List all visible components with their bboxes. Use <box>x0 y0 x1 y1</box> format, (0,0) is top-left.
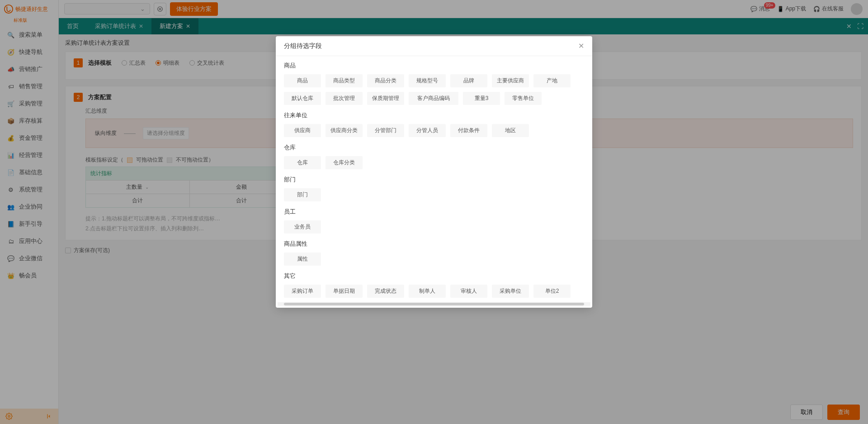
chip-row: 供应商供应商分类分管部门分管人员付款条件地区 <box>284 124 584 137</box>
field-group: 员工业务员 <box>284 208 584 233</box>
field-chip[interactable]: 保质期管理 <box>367 92 404 105</box>
field-chip[interactable]: 供应商分类 <box>326 124 363 137</box>
modal-header: 分组待选字段 ✕ <box>276 36 592 56</box>
field-chip[interactable]: 商品分类 <box>367 74 404 87</box>
chip-row: 业务员 <box>284 220 584 233</box>
field-selector-modal: 分组待选字段 ✕ 商品商品商品类型商品分类规格型号品牌主要供应商产地默认仓库批次… <box>276 36 592 308</box>
field-chip[interactable]: 审核人 <box>450 285 487 298</box>
field-group-title: 员工 <box>284 208 584 216</box>
field-group: 商品商品商品类型商品分类规格型号品牌主要供应商产地默认仓库批次管理保质期管理客户… <box>284 62 584 105</box>
field-chip[interactable]: 客户商品编码 <box>409 92 458 105</box>
modal-body: 商品商品商品类型商品分类规格型号品牌主要供应商产地默认仓库批次管理保质期管理客户… <box>276 56 592 302</box>
field-chip[interactable]: 业务员 <box>284 220 321 233</box>
field-group: 商品属性属性 <box>284 240 584 266</box>
field-chip[interactable]: 付款条件 <box>450 124 487 137</box>
field-chip[interactable]: 规格型号 <box>409 74 446 87</box>
modal-mask[interactable]: 分组待选字段 ✕ 商品商品商品类型商品分类规格型号品牌主要供应商产地默认仓库批次… <box>0 0 868 424</box>
field-group-title: 往来单位 <box>284 111 584 119</box>
field-chip[interactable]: 采购单位 <box>492 285 529 298</box>
field-group: 往来单位供应商供应商分类分管部门分管人员付款条件地区 <box>284 111 584 137</box>
chip-row: 仓库仓库分类 <box>284 156 584 169</box>
field-chip[interactable]: 批次管理 <box>326 92 363 105</box>
chip-row: 采购订单单据日期完成状态制单人审核人采购单位单位2主计量批号价格类型预计到货日期… <box>284 285 584 302</box>
field-group: 部门部门 <box>284 176 584 201</box>
modal-close-button[interactable]: ✕ <box>578 42 584 50</box>
field-group-title: 商品属性 <box>284 240 584 248</box>
chip-row: 部门 <box>284 188 584 201</box>
field-group-title: 仓库 <box>284 143 584 152</box>
field-chip[interactable]: 制单人 <box>409 285 446 298</box>
field-chip[interactable]: 仓库 <box>284 156 321 169</box>
field-chip[interactable]: 默认仓库 <box>284 92 321 105</box>
field-chip[interactable]: 零售单位 <box>505 92 542 105</box>
field-group-title: 部门 <box>284 176 584 184</box>
field-chip[interactable]: 仓库分类 <box>326 156 363 169</box>
field-chip[interactable]: 分管部门 <box>367 124 404 137</box>
field-group-title: 其它 <box>284 272 584 280</box>
field-chip[interactable]: 完成状态 <box>367 285 404 298</box>
field-chip[interactable]: 产地 <box>533 74 571 87</box>
field-group-title: 商品 <box>284 62 584 70</box>
field-chip[interactable]: 商品类型 <box>326 74 363 87</box>
field-chip[interactable]: 地区 <box>492 124 529 137</box>
field-chip[interactable]: 部门 <box>284 188 321 201</box>
field-chip[interactable]: 单据日期 <box>326 285 363 298</box>
field-chip[interactable]: 属性 <box>284 252 321 266</box>
field-chip[interactable]: 主要供应商 <box>492 74 529 87</box>
field-chip[interactable]: 采购订单 <box>284 285 321 298</box>
chip-row: 商品商品类型商品分类规格型号品牌主要供应商产地默认仓库批次管理保质期管理客户商品… <box>284 74 584 105</box>
field-chip[interactable]: 分管人员 <box>409 124 446 137</box>
field-chip[interactable]: 重量3 <box>463 92 500 105</box>
field-group: 其它采购订单单据日期完成状态制单人审核人采购单位单位2主计量批号价格类型预计到货… <box>284 272 584 302</box>
field-chip[interactable]: 单位2 <box>533 285 571 298</box>
field-chip[interactable]: 品牌 <box>450 74 487 87</box>
field-chip[interactable]: 商品 <box>284 74 321 87</box>
modal-horizontal-scrollbar[interactable] <box>278 302 590 306</box>
field-group: 仓库仓库仓库分类 <box>284 143 584 169</box>
field-chip[interactable]: 供应商 <box>284 124 321 137</box>
modal-title: 分组待选字段 <box>284 42 322 50</box>
chip-row: 属性 <box>284 252 584 266</box>
